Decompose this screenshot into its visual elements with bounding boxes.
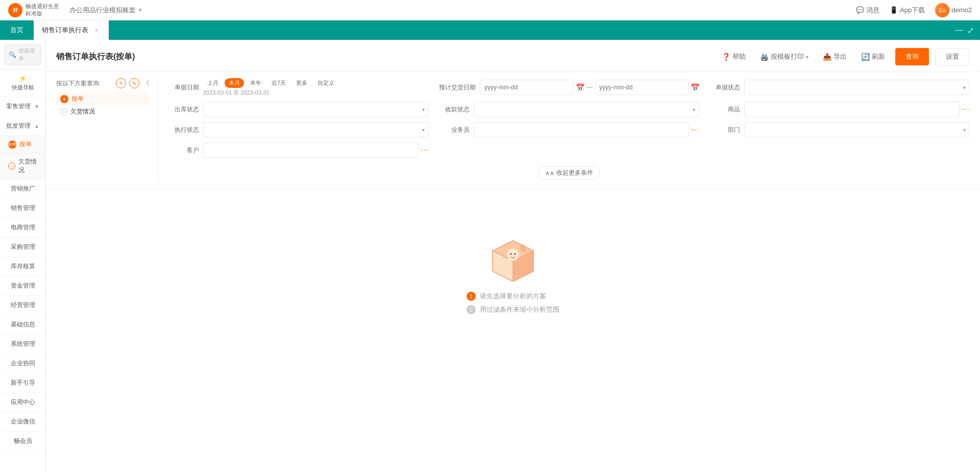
goods-input-group: ···: [744, 102, 970, 117]
tip-num-2: 2: [467, 305, 476, 314]
date-controls: 上月 本月 本年 近7天 更多 自定义 2023-03-01 至 2023-03…: [203, 78, 429, 97]
date-btn-custom[interactable]: 自定义: [313, 78, 338, 88]
search-icon: 🔍: [9, 51, 16, 58]
message-icon: 💬: [856, 6, 864, 14]
delivery-date-end[interactable]: [595, 80, 689, 95]
tab-maximize-btn[interactable]: ⤢: [967, 26, 974, 35]
sidebar-item-quicknav[interactable]: ⚡ 快捷导航: [0, 70, 45, 97]
collapse-icon: ∧∧: [545, 170, 554, 177]
sidebar-search-area: 🔍 搜索菜单: [0, 40, 45, 70]
sidebar-item-salesmgmt[interactable]: 销售管理: [0, 199, 45, 218]
collapse-btn[interactable]: ∧∧ 收起更多条件: [538, 166, 600, 180]
breadcrumb[interactable]: 办公用品行业模拟账套 ▾: [69, 6, 142, 15]
delivery-date-range: 📅 — 📅: [480, 80, 699, 95]
scheme-edit-btn[interactable]: ✎: [129, 78, 139, 88]
customer-more-btn[interactable]: ···: [421, 146, 429, 155]
sidebar-item-wechat[interactable]: 企业微信: [0, 412, 45, 432]
sidebar-item-marketing[interactable]: 营销推广: [0, 179, 45, 199]
goods-more-btn[interactable]: ···: [962, 105, 970, 114]
sidebar-item-operations[interactable]: 经营管理: [0, 296, 45, 315]
svg-point-4: [507, 249, 519, 261]
salesperson-more-btn[interactable]: ···: [691, 125, 699, 134]
doc-status-label: 单据状态: [709, 83, 740, 92]
help-icon: ❓: [722, 53, 730, 61]
tab-sales[interactable]: 销售订单执行表 ×: [34, 20, 109, 40]
empty-tip-1: 1 请先选择要分析的方案: [467, 292, 559, 301]
scheme-item-debt[interactable]: ○ 欠货情况: [56, 105, 150, 118]
top-header: 好 畅捷通好生意 标准版 办公用品行业模拟账套 ▾ 💬 消息 📱 App下载 E…: [0, 0, 980, 20]
help-btn[interactable]: ❓ 帮助: [718, 50, 750, 63]
date-btn-group: 上月 本月 本年 近7天 更多 自定义: [203, 78, 429, 88]
sidebar-item-member[interactable]: 畅会员: [0, 432, 45, 451]
scheme-add-btn[interactable]: +: [116, 78, 126, 88]
date-label: 单据日期: [168, 83, 199, 92]
receipt-status-select[interactable]: [474, 102, 699, 117]
customer-input-group: ···: [203, 143, 429, 158]
date-btn-7days[interactable]: 近7天: [267, 78, 290, 88]
calendar-icon-left[interactable]: 📅: [576, 83, 584, 91]
tab-close-btn[interactable]: ×: [92, 26, 101, 34]
doc-status-select-wrapper: ▾: [744, 80, 970, 95]
scheme-collapse-btn[interactable]: 《: [142, 79, 150, 88]
empty-svg: [482, 230, 544, 281]
sidebar-item-system[interactable]: 系统管理: [0, 335, 45, 354]
tab-minimize-btn[interactable]: —: [955, 26, 963, 35]
main-layout: 🔍 搜索菜单 ⚡ 快捷导航 零售管理 ▼ 批发管理 ▲ 按单 按单 ○ 欠货情况: [0, 40, 980, 472]
export-btn[interactable]: 📤 导出: [819, 50, 851, 63]
filter-row-3: 执行状态 ▾ 业务员: [168, 122, 970, 137]
filter-receipt-status: 收款状态 ▾: [439, 102, 699, 117]
date-btn-thisyear[interactable]: 本年: [246, 78, 265, 88]
sidebar-item-guide[interactable]: 新手引导: [0, 373, 45, 393]
content-area: 销售订单执行表(按单) ❓ 帮助 🖨️ 按模板打印 ▾ 📤 导出: [46, 40, 980, 472]
date-btn-thismonth[interactable]: 本月: [225, 78, 244, 88]
sidebar-item-appcenter[interactable]: 应用中心: [0, 393, 45, 412]
salesperson-label: 业务员: [439, 126, 470, 134]
settings-btn[interactable]: 设置: [935, 48, 970, 65]
refresh-btn[interactable]: 🔄 刷新: [857, 50, 889, 63]
delivery-date-start[interactable]: [480, 80, 574, 95]
sidebar-item-wholesale[interactable]: 批发管理 ▲: [0, 116, 45, 136]
salesperson-input-group: ···: [474, 122, 699, 137]
query-btn[interactable]: 查询: [895, 48, 929, 65]
department-select[interactable]: [744, 122, 970, 137]
salesperson-input[interactable]: [474, 122, 689, 137]
goods-input[interactable]: [744, 102, 960, 117]
export-icon: 📤: [823, 53, 831, 61]
message-btn[interactable]: 💬 消息: [856, 6, 879, 15]
tab-home[interactable]: 首页: [0, 20, 34, 40]
calendar-icon-right[interactable]: 📅: [691, 83, 699, 91]
filter-row-4: 客户 ···: [168, 143, 970, 158]
print-btn[interactable]: 🖨️ 按模板打印 ▾: [756, 50, 813, 63]
filter-department: 部门 ▾: [709, 122, 970, 137]
sidebar-item-basicinfo[interactable]: 基础信息: [0, 315, 45, 335]
tip-num-1: 1: [467, 292, 476, 301]
sidebar-sub-item-debt[interactable]: ○ 欠货情况: [0, 153, 45, 179]
filter-expected-delivery: 预计交货日期 📅 — 📅: [439, 78, 699, 97]
sidebar-item-inventory[interactable]: 库存核算: [0, 257, 45, 276]
doc-status-select[interactable]: [744, 80, 970, 95]
sidebar-item-retail[interactable]: 零售管理 ▼: [0, 97, 45, 116]
user-area[interactable]: Ea demo2: [935, 3, 972, 17]
sidebar-item-ecommerce[interactable]: 电商管理: [0, 218, 45, 238]
app-download-btn[interactable]: 📱 App下载: [890, 6, 925, 15]
receipt-status-select-wrapper: ▾: [474, 102, 699, 117]
filter-salesperson: 业务员 ···: [439, 122, 699, 137]
page-title: 销售订单执行表(按单): [56, 52, 135, 62]
sidebar-item-collab[interactable]: 企业协同: [0, 354, 45, 373]
sidebar-sub-item-andfocus[interactable]: 按单 按单: [0, 136, 45, 153]
date-btn-lastmonth[interactable]: 上月: [203, 78, 223, 88]
execution-status-label: 执行状态: [168, 126, 199, 134]
filter-customer: 客户 ···: [168, 143, 429, 158]
sidebar-item-finance[interactable]: 资金管理: [0, 276, 45, 296]
sidebar-item-purchase[interactable]: 采购管理: [0, 238, 45, 257]
expected-delivery-label: 预计交货日期: [439, 83, 476, 92]
sidebar-search-btn[interactable]: 🔍 搜索菜单: [4, 44, 41, 65]
customer-input[interactable]: [203, 143, 419, 158]
execution-status-select[interactable]: [203, 122, 429, 137]
date-btn-more[interactable]: 更多: [292, 78, 311, 88]
customer-label: 客户: [168, 146, 199, 155]
scheme-item-by-order[interactable]: ● 按单: [56, 92, 150, 105]
shipment-status-select[interactable]: [203, 102, 429, 117]
page-header-actions: ❓ 帮助 🖨️ 按模板打印 ▾ 📤 导出 🔄 刷新: [718, 48, 970, 65]
empty-illustration: [482, 230, 544, 281]
